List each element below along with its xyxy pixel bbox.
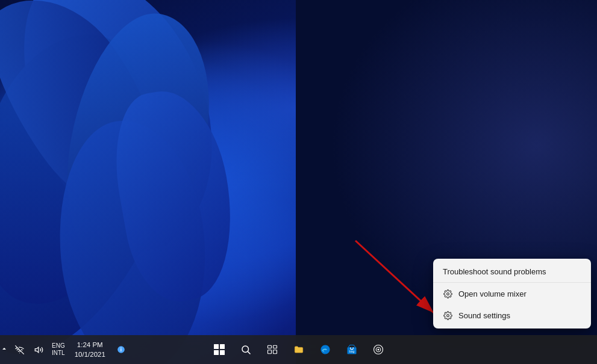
desktop: Troubleshoot sound problems Open volume … [0,0,597,364]
taskbar-start-button[interactable] [207,338,231,362]
troubleshoot-label: Troubleshoot sound problems [443,267,546,276]
volume-mixer-label: Open volume mixer [458,289,527,298]
taskbar-edge-button[interactable] [313,338,337,362]
svg-line-9 [248,351,250,354]
svg-rect-12 [267,350,271,354]
svg-rect-5 [220,344,225,349]
context-menu: Troubleshoot sound problems Open volume … [433,259,591,329]
taskbar-cortana-button[interactable] [366,338,390,362]
svg-rect-6 [214,350,219,355]
svg-marker-19 [2,348,6,350]
taskbar-center: bag [207,338,390,362]
svg-point-18 [377,349,379,351]
taskbar-file-explorer-button[interactable] [287,338,311,362]
taskbar: bag [0,335,597,364]
network-icon[interactable] [11,339,28,360]
svg-marker-20 [35,347,39,353]
menu-item-volume-mixer[interactable]: Open volume mixer [433,283,591,304]
menu-item-sound-settings[interactable]: Sound settings [433,304,591,326]
lang-line1: ENG [52,342,65,350]
menu-item-troubleshoot[interactable]: Troubleshoot sound problems [433,261,591,283]
svg-text:i: i [120,347,122,353]
svg-point-8 [242,346,249,353]
gear-icon-volume [443,289,452,298]
clock-date: 10/1/2021 [75,350,105,359]
taskbar-right: ENG INTL 1:24 PM 10/1/2021 i [0,338,134,362]
svg-rect-7 [220,350,225,355]
svg-rect-11 [273,345,277,348]
svg-point-2 [446,292,449,295]
svg-rect-10 [267,345,271,348]
gear-icon-sound [443,310,452,320]
notification-button[interactable]: i [113,339,130,360]
clock-time: 1:24 PM [77,340,103,350]
lang-line2: INTL [52,350,65,357]
system-clock[interactable]: 1:24 PM 10/1/2021 [70,338,110,362]
language-indicator[interactable]: ENG INTL [49,338,67,362]
tray-chevron[interactable] [0,346,8,353]
svg-rect-4 [214,344,219,349]
taskbar-search-button[interactable] [234,338,258,362]
sound-settings-label: Sound settings [458,311,510,320]
sound-icon[interactable] [30,339,47,360]
svg-text:bag: bag [349,350,354,353]
taskbar-store-button[interactable]: bag [340,338,364,362]
svg-rect-13 [273,350,277,354]
svg-point-3 [446,314,449,316]
taskbar-taskview-button[interactable] [260,338,284,362]
